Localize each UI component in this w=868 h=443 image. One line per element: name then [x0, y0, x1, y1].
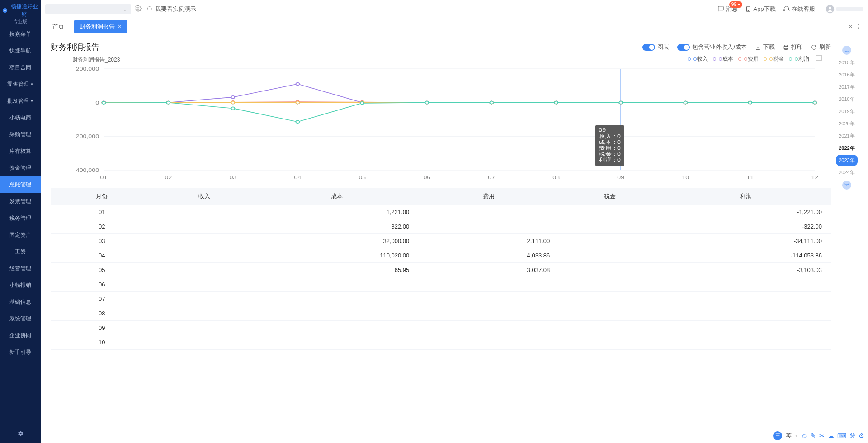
chevron-down-icon: ⌄ [123, 5, 127, 12]
settings-icon[interactable] [0, 425, 41, 443]
ime-cloud-icon[interactable]: ☁ [828, 432, 834, 439]
col-header: 利润 [661, 188, 831, 205]
tab-home[interactable]: 首页 [47, 20, 70, 33]
ime-keyboard-icon[interactable]: ⌨ [837, 432, 846, 439]
svg-point-82 [231, 107, 235, 110]
download-button[interactable]: 下载 [755, 43, 775, 51]
sidebar-item-11[interactable]: 税务管理 [0, 210, 41, 227]
sidebar-item-14[interactable]: 经营管理 [0, 260, 41, 277]
legend-成本[interactable]: .lg:nth-child(2) .lg-sw::before,.lg:nth-… [714, 55, 733, 63]
sidebar-item-8[interactable]: 资金管理 [0, 160, 41, 176]
svg-text:费用 : 0: 费用 : 0 [599, 145, 621, 151]
sidebar-item-6[interactable]: 采购管理 [0, 126, 41, 143]
year-2021年[interactable]: 2021年 [836, 130, 857, 142]
year-2017年[interactable]: 2017年 [836, 81, 857, 93]
print-icon [783, 44, 789, 50]
col-header: 月份 [51, 188, 153, 205]
svg-point-87 [554, 101, 558, 104]
year-2015年[interactable]: 2015年 [836, 57, 857, 68]
ime-edit-icon[interactable]: ✎ [811, 432, 816, 439]
sidebar: 畅捷通好业财 专业版 搜索菜单快捷导航项目合同零售管理▼批发管理▼小畅电商采购管… [0, 0, 41, 443]
refresh-button[interactable]: 刷新 [811, 43, 831, 51]
svg-point-70 [231, 101, 235, 104]
legend-税金[interactable]: .lg:nth-child(4) .lg-sw::before,.lg:nth-… [765, 55, 784, 63]
year-2019年[interactable]: 2019年 [836, 106, 857, 117]
svg-text:03: 03 [229, 175, 236, 180]
toggle-chart[interactable]: 图表 [642, 43, 669, 51]
sidebar-item-16[interactable]: 基础信息 [0, 294, 41, 310]
table-row: 09 [51, 321, 831, 335]
sidebar-item-19[interactable]: 新手引导 [0, 344, 41, 361]
tab-profit-report[interactable]: 财务利润报告 ✕ [74, 20, 127, 33]
sidebar-item-13[interactable]: 工资 [0, 243, 41, 260]
ime-scissors-icon[interactable]: ✂ [819, 432, 825, 439]
org-selector[interactable]: ⌄ [45, 4, 131, 14]
table-row: 07 [51, 292, 831, 306]
app-download-button[interactable]: App下载 [743, 4, 777, 14]
chart-menu-icon[interactable] [816, 55, 822, 61]
table-row: 04110,020.004,033.86-114,053.86 [51, 248, 831, 263]
profit-line-chart[interactable]: 200,0000-200,000-400,0000102030405060708… [69, 57, 826, 184]
year-2023年[interactable]: 2023年 [836, 155, 857, 166]
year-scroll-up[interactable]: ︽ [842, 46, 851, 55]
legend-利润[interactable]: .lg:nth-child(5) .lg-sw::before,.lg:nth-… [790, 55, 809, 63]
ime-tool-icon[interactable]: ⚒ [849, 432, 855, 439]
gear-icon[interactable] [135, 5, 142, 13]
svg-point-0 [4, 10, 6, 11]
ime-lang[interactable]: 英 [786, 432, 792, 440]
brand: 畅捷通好业财 专业版 [0, 0, 41, 26]
sidebar-item-12[interactable]: 固定资产 [0, 227, 41, 243]
sidebar-item-10[interactable]: 发票管理 [0, 193, 41, 210]
svg-text:0: 0 [95, 100, 99, 105]
sidebar-item-17[interactable]: 系统管理 [0, 310, 41, 327]
col-header: 成本 [255, 188, 418, 205]
year-2022年[interactable]: 2022年 [836, 143, 857, 154]
legend-费用[interactable]: .lg:nth-child(3) .lg-sw::before,.lg:nth-… [740, 55, 759, 63]
table-row: 02322.00-322.00 [51, 219, 831, 234]
demo-link[interactable]: 我要看实例演示 [145, 4, 198, 14]
sidebar-item-2[interactable]: 项目合同 [0, 59, 41, 76]
sidebar-item-3[interactable]: 零售管理▼ [0, 76, 41, 93]
ime-settings-icon[interactable]: ⚙ [859, 432, 864, 439]
sidebar-item-1[interactable]: 快捷导航 [0, 43, 41, 59]
messages-button[interactable]: 消息 99 + [716, 4, 740, 14]
tabs-close-all-icon[interactable]: ✕ [848, 23, 853, 30]
svg-point-71 [296, 101, 299, 104]
user-menu[interactable] [826, 5, 863, 14]
print-button[interactable]: 打印 [783, 43, 803, 51]
year-2024年[interactable]: 2024年 [836, 167, 857, 178]
ime-emoji-icon[interactable]: ☺ [801, 432, 807, 439]
close-icon[interactable]: ✕ [118, 24, 122, 29]
ime-badge[interactable]: 王 [773, 431, 782, 440]
sidebar-item-9[interactable]: 总账管理 [0, 176, 41, 193]
sidebar-item-15[interactable]: 小畅报销 [0, 277, 41, 294]
svg-text:税金 : 0: 税金 : 0 [599, 151, 621, 157]
svg-point-7 [829, 6, 831, 9]
ime-toolbar[interactable]: 王 英 • ☺ ✎ ✂ ☁ ⌨ ⚒ ⚙ [773, 431, 864, 440]
svg-rect-4 [783, 10, 785, 11]
year-2020年[interactable]: 2020年 [836, 118, 857, 129]
toggle-include-nonop[interactable]: 包含营业外收入/成本 [677, 43, 747, 51]
sidebar-item-0[interactable]: 搜索菜单 [0, 26, 41, 43]
svg-point-89 [684, 101, 687, 104]
sidebar-item-18[interactable]: 企业协同 [0, 327, 41, 344]
sidebar-item-5[interactable]: 小畅电商 [0, 110, 41, 126]
year-2016年[interactable]: 2016年 [836, 69, 857, 81]
svg-point-1 [137, 7, 139, 9]
svg-point-83 [296, 120, 299, 123]
sidebar-item-7[interactable]: 库存核算 [0, 143, 41, 160]
table-row: 011,221.00-1,221.00 [51, 205, 831, 219]
svg-rect-5 [788, 10, 789, 11]
support-button[interactable]: 在线客服 [781, 4, 817, 14]
svg-text:05: 05 [359, 175, 366, 180]
legend-收入[interactable]: .lg:nth-child(1) .lg-sw::before,.lg:nth-… [689, 55, 708, 63]
sidebar-item-4[interactable]: 批发管理▼ [0, 93, 41, 110]
year-scroll-down[interactable]: ︾ [842, 181, 851, 190]
svg-text:10: 10 [682, 175, 689, 180]
svg-point-91 [813, 101, 816, 104]
col-header: 收入 [153, 188, 255, 205]
fullscreen-icon[interactable]: ⛶ [858, 23, 863, 30]
year-2018年[interactable]: 2018年 [836, 94, 857, 105]
svg-text:09: 09 [599, 127, 606, 133]
download-icon [755, 44, 761, 50]
